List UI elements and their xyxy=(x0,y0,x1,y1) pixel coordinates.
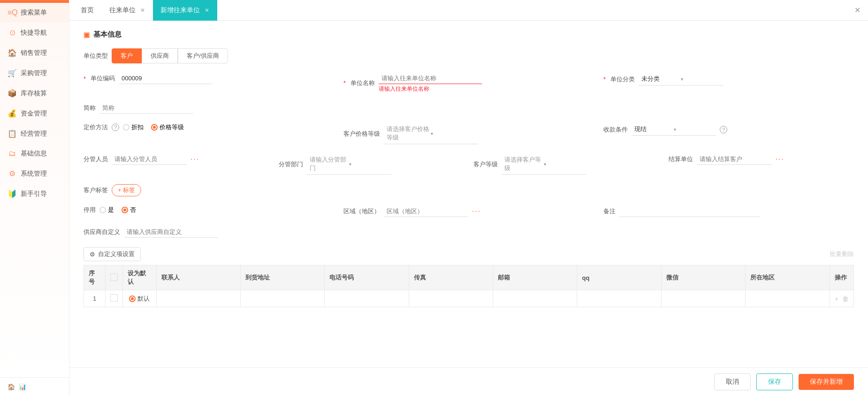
sidebar-item-basic[interactable]: 🗂 基础信息 xyxy=(0,144,69,163)
row-default-radio[interactable]: 默认 xyxy=(128,295,152,303)
address-input[interactable] xyxy=(245,295,320,302)
quicknav-icon: ⊙ xyxy=(8,28,17,37)
customer-level-select[interactable]: 请选择客户等级 ▾ xyxy=(502,154,586,175)
sidebar-item-sales[interactable]: 🏠 销售管理 xyxy=(0,43,69,63)
row-fax[interactable] xyxy=(409,290,493,307)
tab-new-unit-close[interactable]: ✕ xyxy=(205,7,209,14)
custom-settings-button[interactable]: ⚙ 自定义项设置 xyxy=(84,247,141,261)
pricing-discount-radio[interactable]: 折扣 xyxy=(123,123,144,132)
pricing-level-radio[interactable]: 价格等级 xyxy=(151,123,184,132)
sidebar-item-purchase[interactable]: 🛒 采购管理 xyxy=(0,63,69,83)
settlement-input[interactable] xyxy=(697,154,772,165)
sidebar-item-label: 资金管理 xyxy=(21,109,47,118)
supplier-custom-input[interactable] xyxy=(124,226,218,238)
row-add-icon[interactable]: + xyxy=(835,295,838,303)
region-more-btn[interactable]: ··· xyxy=(472,207,481,216)
col-checkbox xyxy=(106,265,123,290)
row-default: 默认 xyxy=(123,290,157,307)
wechat-input[interactable] xyxy=(666,295,740,302)
short-name-input[interactable] xyxy=(99,102,193,114)
manager-more-btn[interactable]: ··· xyxy=(190,155,199,163)
operations-icon: 📋 xyxy=(8,129,17,138)
unit-type-buttons: 客户 供应商 客户/供应商 xyxy=(112,48,228,63)
remark-input[interactable] xyxy=(619,206,760,217)
email-input[interactable] xyxy=(498,295,572,302)
col-num: 序号 xyxy=(84,265,106,290)
main-area: 首页 往来单位 ✕ 新增往来单位 ✕ ✕ ▣ 基本信息 单位类型 客户 供应商 … xyxy=(69,0,868,396)
sidebar-item-search[interactable]: ≡Q 搜索菜单 xyxy=(0,3,69,23)
unit-type-customer[interactable]: 客户 xyxy=(112,48,142,63)
unit-name-input[interactable] xyxy=(379,73,482,84)
sidebar: ≡Q 搜索菜单 ⊙ 快捷导航 🏠 销售管理 🛒 采购管理 📦 库存核算 💰 资金… xyxy=(0,0,69,396)
unit-type-both[interactable]: 客户/供应商 xyxy=(178,48,228,63)
unit-code-input[interactable] xyxy=(119,73,213,84)
disabled-yes-radio[interactable]: 是 xyxy=(99,206,114,214)
unit-code-label: 单位编码 xyxy=(91,74,115,83)
tag-add-button[interactable]: + 标签 xyxy=(112,184,141,196)
sidebar-item-finance[interactable]: 💰 资金管理 xyxy=(0,103,69,124)
payment-terms-group: 收款条件 现结 ▾ ? xyxy=(603,123,854,136)
department-select[interactable]: 请输入分管部门 ▾ xyxy=(307,154,391,175)
row-checkbox-box[interactable] xyxy=(110,294,118,302)
region-group: 区域（地区） ··· xyxy=(343,206,594,217)
sidebar-item-system[interactable]: ⚙ 系统管理 xyxy=(0,163,69,184)
sidebar-item-guide[interactable]: 🔰 新手引导 xyxy=(0,184,69,204)
unit-category-select[interactable]: 未分类 ▾ xyxy=(639,73,723,85)
disabled-yes-label: 是 xyxy=(108,206,114,214)
row-phone[interactable] xyxy=(325,290,409,307)
sidebar-item-inventory[interactable]: 📦 库存核算 xyxy=(0,83,69,103)
save-new-button[interactable]: 保存并新增 xyxy=(799,374,854,390)
region-input[interactable] xyxy=(384,206,468,217)
row-default-circle xyxy=(129,295,136,302)
custom-settings-icon: ⚙ xyxy=(90,251,95,258)
save-button[interactable]: 保存 xyxy=(756,373,793,390)
row-wechat[interactable] xyxy=(662,290,746,307)
row-qq[interactable] xyxy=(577,290,662,307)
sidebar-item-label: 新手引导 xyxy=(21,190,47,198)
cancel-button[interactable]: 取消 xyxy=(714,373,751,390)
header-checkbox[interactable] xyxy=(110,273,118,281)
region-input-cell[interactable] xyxy=(750,295,824,302)
payment-terms-select[interactable]: 现结 ▾ xyxy=(632,123,716,136)
col-default: 设为默认 xyxy=(123,265,157,290)
form-content: ▣ 基本信息 单位类型 客户 供应商 客户/供应商 * 单位编码 * xyxy=(69,21,868,367)
department-group: 分管部门 请输入分管部门 ▾ xyxy=(279,154,464,175)
row-delete-icon[interactable]: 🗑 xyxy=(842,295,849,303)
tab-units[interactable]: 往来单位 ✕ xyxy=(102,0,153,21)
sidebar-item-operations[interactable]: 📋 经营管理 xyxy=(0,124,69,144)
row-address[interactable] xyxy=(241,290,325,307)
pricing-help-icon[interactable]: ? xyxy=(112,124,119,131)
phone-input[interactable] xyxy=(329,295,404,302)
fax-input[interactable] xyxy=(414,295,488,302)
sidebar-bottom[interactable]: 🏠 📊 xyxy=(0,377,69,396)
sidebar-item-label: 采购管理 xyxy=(21,69,47,78)
tab-new-unit[interactable]: 新增往来单位 ✕ xyxy=(153,0,217,21)
tabbar-close-btn[interactable]: ✕ xyxy=(851,4,864,16)
tab-units-close[interactable]: ✕ xyxy=(140,7,145,14)
disabled-no-radio[interactable]: 否 xyxy=(122,206,136,214)
col-fax: 传真 xyxy=(409,265,493,290)
row-email[interactable] xyxy=(493,290,577,307)
batch-delete-button[interactable]: 批量删除 xyxy=(830,250,854,258)
system-icon: ⚙ xyxy=(8,169,17,178)
sidebar-item-quicknav[interactable]: ⊙ 快捷导航 xyxy=(0,23,69,43)
customer-tag-label: 客户标签 xyxy=(84,186,108,194)
row-contact[interactable] xyxy=(156,290,240,307)
manager-input[interactable] xyxy=(112,154,187,165)
tab-home[interactable]: 首页 xyxy=(73,0,102,21)
region-label: 区域（地区） xyxy=(343,207,380,216)
manager-row: 分管人员 ··· 分管部门 请输入分管部门 ▾ 客户等级 请选择客户等级 ▾ 结… xyxy=(84,154,854,175)
contact-input[interactable] xyxy=(161,295,236,302)
row-region[interactable] xyxy=(746,290,830,307)
settlement-more-btn[interactable]: ··· xyxy=(776,155,784,163)
sidebar-item-label: 销售管理 xyxy=(21,49,47,57)
unit-type-label: 单位类型 xyxy=(84,52,108,60)
price-level-select[interactable]: 请选择客户价格等级 ▾ xyxy=(384,123,478,144)
action-icons: + 🗑 xyxy=(835,295,849,303)
row-checkbox[interactable] xyxy=(106,290,123,307)
sidebar-item-label: 库存核算 xyxy=(21,89,47,98)
unit-type-supplier[interactable]: 供应商 xyxy=(142,48,178,63)
qq-input[interactable] xyxy=(582,295,656,302)
sidebar-item-label: 基础信息 xyxy=(21,149,47,158)
payment-help-icon[interactable]: ? xyxy=(720,126,727,133)
